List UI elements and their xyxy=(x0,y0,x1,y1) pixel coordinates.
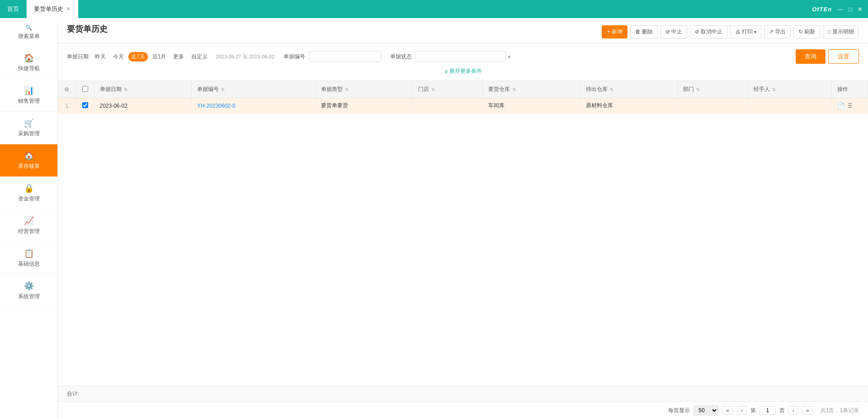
content-area: 要货单历史 + 新增 🗑 删除 ⊘ 中止 ⊘ 取消中止 xyxy=(58,18,868,419)
th-handler: 经手人 ⇅ xyxy=(748,81,831,98)
export-button[interactable]: ↗ 导出 xyxy=(764,25,791,38)
row-checkbox[interactable] xyxy=(82,102,88,108)
brand-label: OfTEn xyxy=(812,6,832,13)
delete-button[interactable]: 🗑 删除 xyxy=(630,25,658,38)
export-label: 导出 xyxy=(775,28,786,36)
window-maximize-btn[interactable]: □ xyxy=(849,6,852,13)
sidebar-item-purchase[interactable]: 🛒 采购管理 xyxy=(0,112,57,144)
print-chevron-icon: ▾ xyxy=(754,29,756,34)
date-opt-last7days[interactable]: 近7天 xyxy=(128,52,148,62)
date-filter-label: 单据日期 xyxy=(67,53,89,61)
select-all-checkbox[interactable] xyxy=(82,86,88,92)
th-req-warehouse-label: 要货仓库 xyxy=(488,86,510,92)
sidebar-label-basic-info: 基础信息 xyxy=(18,260,40,268)
date-opt-today[interactable]: 今天 xyxy=(110,52,127,62)
th-department: 部门 ⇅ xyxy=(678,81,748,98)
sidebar-item-finance[interactable]: 🔒 资金管理 xyxy=(0,177,57,210)
sidebar-label-finance: 资金管理 xyxy=(18,195,40,203)
stop-button[interactable]: ⊘ 中止 xyxy=(660,25,687,38)
print-button[interactable]: 🖨 打印 ▾ xyxy=(730,25,761,38)
sidebar-label-operation: 经营管理 xyxy=(18,228,40,235)
table-area: ⚙ 单据日期 ⇅ 单据编号 ⇅ 单据类型 xyxy=(58,81,868,386)
page-size-select[interactable]: 50 10 20 100 xyxy=(693,405,718,415)
sidebar-item-inventory[interactable]: 🏠 库存核算 xyxy=(0,144,57,177)
next-page-btn[interactable]: › xyxy=(788,406,798,415)
display-detail-button[interactable]: □ 显示明细 xyxy=(823,25,859,38)
sidebar: 🔍 搜索菜单 🏠 快捷导航 📊 销售管理 🛒 采购管理 🏠 库存核算 🔒 资金管… xyxy=(0,18,58,419)
refresh-icon: ↻ xyxy=(798,29,803,35)
finance-icon: 🔒 xyxy=(24,183,34,193)
sort-handler-icon[interactable]: ⇅ xyxy=(772,87,776,92)
table-body: 1 2023-06-02 YH-20230602-0 要货单要货 车间库 原材料… xyxy=(58,98,868,114)
date-opt-yesterday[interactable]: 昨天 xyxy=(92,52,108,62)
th-date-label: 单据日期 xyxy=(100,86,122,92)
th-req-warehouse: 要货仓库 ⇅ xyxy=(483,81,580,98)
date-filter: 单据日期 昨天 今天 近7天 近1月 更多 自定义 2023-05-27 至 2… xyxy=(67,52,274,62)
system-icon: ⚙️ xyxy=(24,281,34,291)
row-edit-icon[interactable]: 📄 xyxy=(837,102,845,110)
stop-label: 中止 xyxy=(671,28,682,36)
date-opt-last1month[interactable]: 近1月 xyxy=(150,52,169,62)
data-table: ⚙ 单据日期 ⇅ 单据编号 ⇅ 单据类型 xyxy=(58,81,868,114)
new-button[interactable]: + 新增 xyxy=(602,25,627,38)
first-page-btn[interactable]: « xyxy=(722,406,733,415)
home-icon: 🏠 xyxy=(24,53,34,63)
page-label: 第 xyxy=(750,407,756,414)
row-department xyxy=(678,98,748,114)
refresh-button[interactable]: ↻ 刷新 xyxy=(793,25,820,38)
sort-pending-warehouse-icon[interactable]: ⇅ xyxy=(610,87,613,92)
date-opt-more[interactable]: 更多 xyxy=(170,52,187,62)
sidebar-item-search[interactable]: 🔍 搜索菜单 xyxy=(0,18,57,47)
status-label: 单据状态 xyxy=(390,53,412,61)
prev-page-btn[interactable]: ‹ xyxy=(737,406,747,415)
query-button[interactable]: 查询 xyxy=(796,49,826,64)
purchase-icon: 🛒 xyxy=(24,118,34,128)
print-label: 打印 xyxy=(742,28,753,36)
setting-button[interactable]: 设置 xyxy=(828,49,859,64)
expand-chevron-icon: ∨ xyxy=(444,68,448,75)
sidebar-item-operation[interactable]: 📈 经营管理 xyxy=(0,210,57,242)
th-no-label: 单据编号 xyxy=(197,86,219,92)
th-pending-warehouse-label: 待出仓库 xyxy=(586,86,608,92)
tab-home[interactable]: 首页 xyxy=(0,0,27,18)
th-settings[interactable]: ⚙ xyxy=(58,81,76,98)
page-input[interactable] xyxy=(760,406,776,415)
sort-store-icon[interactable]: ⇅ xyxy=(431,87,435,92)
sidebar-item-system[interactable]: ⚙️ 系统管理 xyxy=(0,275,57,307)
table-header: ⚙ 单据日期 ⇅ 单据编号 ⇅ 单据类型 xyxy=(58,81,868,98)
docno-input[interactable] xyxy=(309,51,381,62)
expand-more-btn[interactable]: ∨ 展开更多条件 xyxy=(444,67,482,75)
tab-bar: 首页 要货单历史 ✕ xyxy=(0,0,78,18)
sidebar-item-basic-info[interactable]: 📋 基础信息 xyxy=(0,242,57,275)
tab-requisition-history[interactable]: 要货单历史 ✕ xyxy=(27,0,78,18)
sort-req-warehouse-icon[interactable]: ⇅ xyxy=(513,87,516,92)
sort-no-icon[interactable]: ⇅ xyxy=(221,87,225,92)
row-date: 2023-06-02 xyxy=(94,98,191,114)
row-more-icon[interactable]: ⠿ xyxy=(848,102,852,110)
window-close-btn[interactable]: ✕ xyxy=(858,6,863,13)
last-page-btn[interactable]: » xyxy=(802,406,813,415)
row-no-link[interactable]: YH-20230602-0 xyxy=(197,103,236,109)
th-store-label: 门店 xyxy=(418,86,429,92)
print-icon: 🖨 xyxy=(735,29,741,35)
tab-home-label: 首页 xyxy=(7,5,19,13)
docno-label: 单据编号 xyxy=(283,53,305,61)
sidebar-item-quick-nav[interactable]: 🏠 快捷导航 xyxy=(0,47,57,79)
sort-type-icon[interactable]: ⇅ xyxy=(345,87,349,92)
status-input[interactable] xyxy=(415,51,506,62)
sidebar-item-sales[interactable]: 📊 销售管理 xyxy=(0,79,57,112)
expand-more-label: 展开更多条件 xyxy=(449,67,482,75)
sort-date-icon[interactable]: ⇅ xyxy=(124,87,127,92)
date-opt-custom[interactable]: 自定义 xyxy=(189,52,210,62)
sort-department-icon[interactable]: ⇅ xyxy=(696,87,700,92)
tab-close-icon[interactable]: ✕ xyxy=(66,6,71,12)
sidebar-label-inventory: 库存核算 xyxy=(18,162,40,170)
row-checkbox-cell xyxy=(76,98,94,114)
tab-requisition-history-label: 要货单历史 xyxy=(34,5,63,13)
status-dropdown-icon[interactable]: ▾ xyxy=(508,53,511,60)
window-minimize-btn[interactable]: — xyxy=(837,6,843,13)
page-title: 要货单历史 xyxy=(67,24,108,34)
stop-icon: ⊘ xyxy=(665,29,670,35)
toolbar: + 新增 🗑 删除 ⊘ 中止 ⊘ 取消中止 🖨 打 xyxy=(602,25,859,38)
cancel-stop-button[interactable]: ⊘ 取消中止 xyxy=(690,25,727,38)
